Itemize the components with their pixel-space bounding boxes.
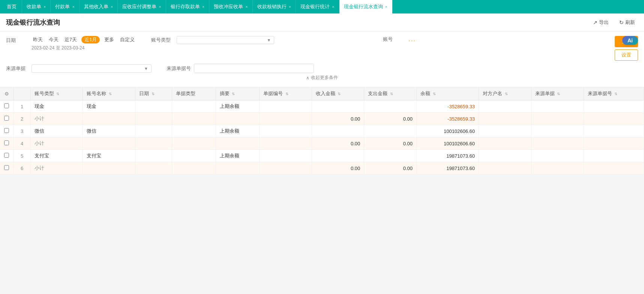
chevron-down-icon: ▼ [144, 66, 148, 71]
row-account-type: 微信 [30, 125, 83, 137]
col-source-doc-no[interactable]: 来源单据号 ⇅ [584, 87, 644, 100]
row-expense: 0.00 [364, 137, 417, 150]
row-checkbox[interactable] [4, 153, 9, 158]
row-checkbox[interactable] [4, 165, 9, 170]
source-doc-no-input[interactable] [194, 64, 314, 73]
row-balance: 100102606.60 [417, 125, 479, 137]
account-dots[interactable]: ... [408, 36, 416, 43]
row-counterpart [479, 100, 531, 113]
col-balance[interactable]: 余额 ⇅ [417, 87, 479, 100]
refresh-button[interactable]: ↻ 刷新 [616, 18, 638, 27]
row-counterpart [479, 113, 531, 125]
source-doc-select[interactable]: ▼ [32, 64, 152, 73]
col-source-doc[interactable]: 来源单据 ⇅ [531, 87, 584, 100]
col-date[interactable]: 日期 ⇅ [135, 87, 172, 100]
source-doc-label: 来源单据 [6, 65, 29, 72]
date-btn-yesterday[interactable]: 昨天 [32, 36, 44, 43]
row-checkbox[interactable] [4, 116, 9, 121]
row-income [312, 150, 364, 162]
ai-button[interactable]: Ai [622, 36, 638, 45]
row-checkbox[interactable] [4, 128, 9, 133]
row-account-type: 小计 [30, 137, 83, 150]
row-summary [216, 162, 259, 175]
row-account-name: 现金 [83, 100, 135, 113]
row-check[interactable] [0, 125, 14, 137]
row-date [135, 125, 172, 137]
top-navigation: 首页 收款单 × 付款单 × 其他收入单 × 应收应付调整单 × 银行存取款单 … [0, 0, 644, 13]
row-date [135, 137, 172, 150]
row-doc-no [259, 100, 312, 113]
nav-item-6[interactable]: 收款核销执行 × [253, 0, 296, 13]
close-icon[interactable]: × [44, 4, 46, 9]
filter-area: 日期 昨天 今天 近7天 近1月 更多 自定义 2023-02-24 至 202… [0, 31, 644, 87]
close-icon[interactable]: × [385, 4, 387, 9]
col-account-name[interactable]: 账号名称 ⇅ [83, 87, 135, 100]
col-account-type[interactable]: 账号类型 ⇅ [30, 87, 83, 100]
date-btn-today[interactable]: 今天 [47, 36, 60, 43]
nav-item-1[interactable]: 付款单 × [51, 0, 79, 13]
close-icon[interactable]: × [245, 4, 248, 9]
row-checkbox[interactable] [4, 103, 9, 108]
close-icon[interactable]: × [72, 4, 74, 9]
row-account-name: 支付宝 [83, 150, 135, 162]
row-balance: -3528659.33 [417, 100, 479, 113]
row-source-doc-no [584, 162, 644, 175]
row-check[interactable] [0, 137, 14, 150]
col-counterpart[interactable]: 对方户名 ⇅ [479, 87, 531, 100]
row-date [135, 113, 172, 125]
nav-home[interactable]: 首页 [2, 0, 22, 13]
col-doc-type[interactable]: 单据类型 [172, 87, 216, 100]
row-source-doc [531, 113, 584, 125]
nav-item-8[interactable]: 现金银行流水查询 × [339, 0, 392, 13]
table-row: 1 现金 现金 上期余额 -3528659.33 [0, 100, 644, 113]
export-button[interactable]: ↗ 导出 [590, 18, 612, 27]
column-settings-icon[interactable]: ⚙ [0, 87, 14, 100]
collapse-bar[interactable]: ∧ 收起更多条件 [6, 73, 638, 84]
row-check[interactable] [0, 100, 14, 113]
nav-item-7[interactable]: 现金银行统计 × [296, 0, 339, 13]
col-doc-no[interactable]: 单据编号 ⇅ [259, 87, 312, 100]
date-btn-more[interactable]: 更多 [103, 36, 116, 43]
nav-item-4[interactable]: 银行存取款单 × [166, 0, 209, 13]
row-source-doc [531, 150, 584, 162]
nav-item-0[interactable]: 收款单 × [22, 0, 51, 13]
collapse-icon: ∧ [306, 75, 309, 81]
date-btn-1month[interactable]: 近1月 [81, 36, 100, 43]
col-expense[interactable]: 支出金额 ⇅ [364, 87, 417, 100]
row-income: 0.00 [312, 137, 364, 150]
row-summary [216, 113, 259, 125]
nav-item-5[interactable]: 预收冲应收单 × [209, 0, 252, 13]
col-income[interactable]: 收入金额 ⇅ [312, 87, 364, 100]
close-icon[interactable]: × [159, 4, 161, 9]
date-label: 日期 [6, 36, 29, 44]
row-check[interactable] [0, 162, 14, 175]
row-expense: 0.00 [364, 162, 417, 175]
close-icon[interactable]: × [202, 4, 204, 9]
date-btn-7days[interactable]: 近7天 [63, 36, 78, 43]
close-icon[interactable]: × [289, 4, 291, 9]
nav-item-2[interactable]: 其他收入单 × [80, 0, 118, 13]
settings-button[interactable]: 设置 [615, 49, 638, 61]
close-icon[interactable]: × [332, 4, 334, 9]
account-type-select[interactable]: ▼ [177, 36, 274, 44]
date-range: 2023-02-24 至 2023-03-24 [32, 45, 136, 51]
nav-item-3[interactable]: 应收应付调整单 × [118, 0, 166, 13]
col-summary[interactable]: 摘要 ⇅ [216, 87, 259, 100]
close-icon[interactable]: × [111, 4, 113, 9]
row-account-type: 支付宝 [30, 150, 83, 162]
row-source-doc-no [584, 125, 644, 137]
row-doc-no [259, 162, 312, 175]
row-income [312, 100, 364, 113]
chevron-down-icon: ▼ [267, 38, 271, 42]
row-check[interactable] [0, 150, 14, 162]
date-btn-custom[interactable]: 自定义 [119, 36, 136, 43]
row-date [135, 100, 172, 113]
row-check[interactable] [0, 113, 14, 125]
row-account-type: 小计 [30, 113, 83, 125]
row-summary [216, 137, 259, 150]
row-account-name: 微信 [83, 125, 135, 137]
row-source-doc [531, 137, 584, 150]
row-checkbox[interactable] [4, 140, 9, 145]
row-doc-type [172, 137, 216, 150]
row-account-name [83, 137, 135, 150]
